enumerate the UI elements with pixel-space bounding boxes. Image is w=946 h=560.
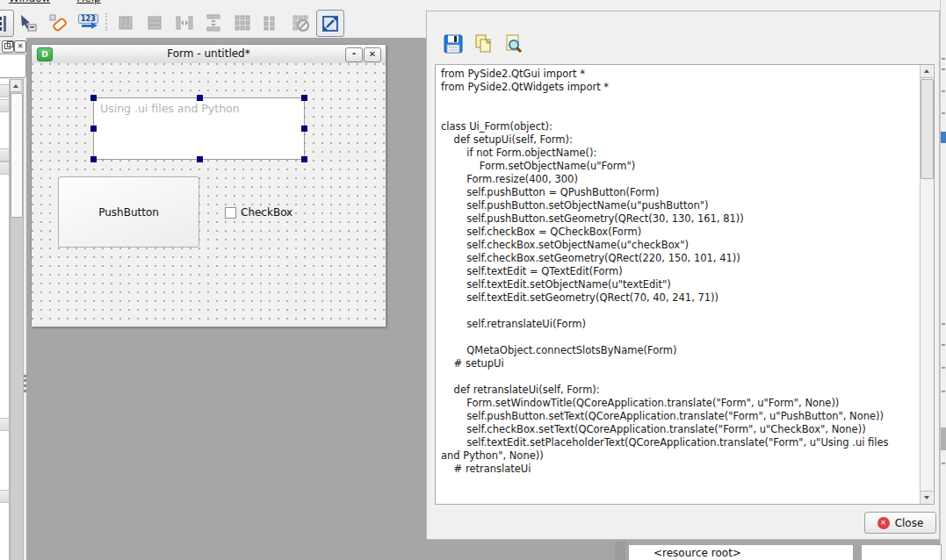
layout-horizontal-splitter-icon xyxy=(175,13,194,32)
qt-designer-screen: Window Help xyxy=(0,0,946,560)
right-panel-sliver xyxy=(940,0,946,560)
panel-dash xyxy=(942,112,945,114)
code-scrollbar[interactable] xyxy=(920,65,934,504)
dock-close-button[interactable]: ✕ xyxy=(14,40,26,53)
adjust-size-button[interactable] xyxy=(316,10,344,37)
bottom-scroll-strip xyxy=(615,542,625,560)
scrollbar-thumb[interactable] xyxy=(11,93,23,218)
close-badge-icon: ✕ xyxy=(877,517,890,529)
close-icon: ✕ xyxy=(18,42,24,50)
form-designer-window: D Form - untitled* - ✕ Using .ui files a… xyxy=(31,44,386,327)
panel-dash xyxy=(942,391,945,392)
float-icon xyxy=(4,43,11,49)
layout-vertically-button[interactable] xyxy=(141,10,168,35)
resource-detail-panel[interactable] xyxy=(861,544,942,560)
layout-grid-button[interactable] xyxy=(229,10,256,35)
form-canvas[interactable]: Using .ui files and Python PushButton Ch… xyxy=(32,63,386,327)
copy-button[interactable] xyxy=(473,33,494,54)
panel-dash xyxy=(942,90,945,92)
break-layout-icon xyxy=(291,13,310,32)
edit-widgets-icon xyxy=(0,14,10,33)
checkbox-indicator[interactable] xyxy=(225,207,236,219)
code-preview-dialog: from PySide2.QtGui import * from PySide2… xyxy=(426,11,940,540)
menu-item-help[interactable]: Help xyxy=(76,0,100,4)
find-button[interactable] xyxy=(502,33,524,54)
selection-handle[interactable] xyxy=(197,156,203,162)
widget-category-item[interactable] xyxy=(0,162,9,175)
widget-box-list[interactable] xyxy=(0,79,10,560)
resource-root-item[interactable]: <resource root> xyxy=(654,547,741,559)
save-button[interactable] xyxy=(443,33,464,54)
selection-handle[interactable] xyxy=(90,156,97,162)
push-button-label: PushButton xyxy=(98,206,159,219)
code-text: from PySide2.QtGui import * from PySide2… xyxy=(441,68,918,476)
selection-handle[interactable] xyxy=(90,95,97,101)
widget-box-dock: ✕ xyxy=(0,38,26,560)
panel-dash xyxy=(942,344,945,346)
edit-buddies-icon xyxy=(48,13,68,32)
widget-category-item[interactable] xyxy=(0,99,9,112)
panel-dash xyxy=(942,367,945,369)
checkbox-label: CheckBox xyxy=(241,206,292,219)
adjust-size-icon xyxy=(321,14,340,33)
panel-selection-mark xyxy=(941,132,946,143)
check-box-widget[interactable]: CheckBox xyxy=(225,205,292,219)
form-minimize-button[interactable]: - xyxy=(345,47,363,62)
edit-widgets-button[interactable] xyxy=(0,10,14,37)
dock-splitter-handle[interactable] xyxy=(24,375,29,392)
push-button-widget[interactable]: PushButton xyxy=(58,176,199,248)
selection-handle[interactable] xyxy=(90,126,97,132)
copy-icon xyxy=(473,34,493,54)
layout-horizontally-icon xyxy=(116,13,135,32)
widget-filter-input[interactable] xyxy=(0,54,26,78)
widget-category-item[interactable] xyxy=(0,148,9,162)
toolbar-separator xyxy=(105,13,109,31)
menu-bar: Window Help xyxy=(0,0,946,8)
layout-horizontally-button[interactable] xyxy=(112,10,139,35)
edit-tab-order-button[interactable]: 123 xyxy=(75,10,101,35)
layout-horizontal-splitter-button[interactable] xyxy=(171,10,198,35)
edit-signals-slots-icon xyxy=(18,13,38,32)
edit-buddies-button[interactable] xyxy=(45,10,71,35)
find-icon xyxy=(503,34,523,54)
layout-vertical-splitter-icon xyxy=(204,13,223,32)
layout-grid-icon xyxy=(233,13,252,32)
break-layout-button[interactable] xyxy=(287,10,314,35)
save-icon xyxy=(444,34,463,54)
code-text-area[interactable]: from PySide2.QtGui import * from PySide2… xyxy=(435,64,935,505)
selection-handle[interactable] xyxy=(197,95,203,101)
close-button[interactable]: ✕ Close xyxy=(864,512,936,534)
widget-category-item[interactable] xyxy=(0,490,9,503)
dock-float-button[interactable] xyxy=(2,40,14,53)
selection-handle[interactable] xyxy=(301,95,307,101)
close-button-label: Close xyxy=(895,517,924,529)
edit-tab-order-icon: 123 xyxy=(78,13,97,32)
panel-scroll-mark xyxy=(941,427,946,450)
selection-handle[interactable] xyxy=(301,126,307,132)
widget-category-item[interactable] xyxy=(0,84,9,97)
widget-box-scrollbar[interactable] xyxy=(10,79,24,560)
layout-vertical-splitter-button[interactable] xyxy=(200,10,227,35)
selection-handle[interactable] xyxy=(301,156,307,162)
scroll-up-arrow-icon[interactable] xyxy=(921,65,933,78)
layout-vertically-icon xyxy=(145,13,164,32)
panel-dash xyxy=(942,463,945,464)
scroll-down-arrow-icon[interactable] xyxy=(921,491,933,504)
form-title-bar[interactable]: D Form - untitled* - ✕ xyxy=(32,45,386,64)
layout-form-button[interactable] xyxy=(258,10,285,35)
edit-signals-slots-button[interactable] xyxy=(15,10,41,35)
panel-dash xyxy=(942,323,945,325)
menu-item-window[interactable]: Window xyxy=(9,0,50,4)
form-window-title: Form - untitled* xyxy=(32,47,386,60)
widget-category-item[interactable] xyxy=(0,418,9,431)
text-edit-widget[interactable]: Using .ui files and Python xyxy=(93,97,305,160)
resource-tree-panel[interactable]: <resource root> xyxy=(628,544,854,560)
code-preview-toolbar xyxy=(443,33,524,54)
scrollbar-thumb[interactable] xyxy=(921,79,934,179)
form-close-button[interactable]: ✕ xyxy=(364,47,381,62)
text-edit-placeholder: Using .ui files and Python xyxy=(100,102,240,115)
layout-form-icon xyxy=(262,13,281,32)
panel-dash xyxy=(942,68,945,70)
panel-dash xyxy=(942,58,945,60)
scroll-up-arrow-icon[interactable] xyxy=(11,80,21,92)
